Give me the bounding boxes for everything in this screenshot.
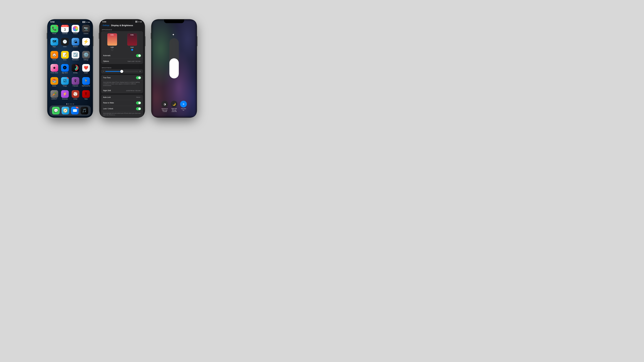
auto-lock-row[interactable]: Auto-Lock Never › [101, 95, 143, 100]
app-tesla-icon: T [82, 90, 90, 98]
light-mode-option[interactable]: 9:41 Light [107, 33, 117, 51]
app-calendar[interactable]: Monday 3 1 Calendar [60, 25, 69, 36]
night-shift-chevron-icon: › [140, 90, 141, 91]
app-itunes-icon: ★ [50, 64, 58, 72]
app-mfp[interactable]: 🏃 MyFitnessPal [82, 77, 90, 88]
app-notes-label: Notes [63, 59, 66, 61]
app-podcasts-icon: 🎙 [72, 77, 79, 85]
automatic-label: Automatic [103, 55, 110, 56]
app-reminders-label: Reminders [72, 59, 79, 61]
cc-nightshift-btn[interactable]: 🌙 Night ShiftOff Until 10:00 PM [171, 101, 178, 112]
settings-display: 6:54 ▌▌ ▲ ▬ ‹ Settings Display & Brightn… [100, 19, 145, 117]
app-books[interactable]: 📚 Books [50, 77, 59, 88]
app-reminders[interactable]: ☑️ Reminders [71, 51, 80, 62]
appearance-section-header: APPEARANCE [100, 27, 145, 31]
app-news[interactable]: ⚡ News [82, 38, 90, 49]
brightness-vertical-slider[interactable] [170, 38, 179, 78]
app-books-icon: 📚 [50, 77, 58, 85]
true-tone-row: True Tone [101, 75, 143, 81]
phone-control-center: ✦ ◑ AppearanceDark Until 7:00 AM 🌙 [152, 19, 197, 117]
app-weather-icon: 🌤 [72, 38, 79, 45]
app-maps[interactable]: 🗺 Maps [50, 38, 59, 49]
dark-mode-option[interactable]: 9:41 Dark [127, 33, 137, 51]
cc-bottom-controls: ◑ AppearanceDark Until 7:00 AM 🌙 Night S… [161, 101, 187, 112]
dock-safari[interactable]: 🧭 [62, 107, 69, 114]
dot-1 [66, 104, 67, 104]
brightness-track[interactable] [105, 71, 138, 72]
dock-music[interactable]: 🎵 [80, 107, 88, 114]
dock-mail[interactable]: ✉️10,510 [71, 107, 79, 114]
automatic-row: Automatic [101, 53, 143, 59]
true-tone-description: Automatically adapt iPhone display based… [101, 81, 143, 88]
app-home-label: Home [52, 59, 56, 61]
app-activity[interactable]: Activity [71, 64, 80, 75]
auto-lock-value: Never › [136, 96, 141, 98]
lock-unlock-label: Lock / Unlock [103, 108, 113, 110]
app-itunes[interactable]: ★ iTunes Store [50, 64, 59, 75]
page-dots [48, 103, 93, 105]
notch [60, 19, 80, 23]
phone-settings: 6:54 ▌▌ ▲ ▬ ‹ Settings Display & Brightn… [100, 19, 145, 117]
lock-unlock-row: Lock / Unlock [101, 106, 143, 112]
app-phone[interactable]: 📞27 Phone [50, 25, 59, 36]
raise-to-wake-toggle[interactable] [136, 101, 141, 104]
night-shift-row[interactable]: Night Shift 10:00 PM to 7:00 AM › [101, 88, 143, 93]
app-notes[interactable]: 📝 Notes [60, 51, 69, 62]
wifi-icon: ▲ [86, 21, 88, 23]
app-activity-icon [72, 64, 79, 72]
dark-mode-preview: 9:41 [127, 33, 137, 46]
dark-mode-radio[interactable] [131, 49, 133, 51]
app-tesla[interactable]: T Tesla [82, 90, 90, 102]
dot-4 [72, 104, 72, 104]
options-row[interactable]: Options Dark Until 7:00 AM › [101, 59, 143, 64]
cc-truetone-btn[interactable]: ☀ True ToneOn [180, 101, 187, 112]
app-carrot-label: CARROT° [51, 98, 57, 100]
app-news-label: News [84, 46, 88, 48]
settings-back-label: Settings [103, 24, 110, 26]
app-clock[interactable]: 🕐 Clock [60, 38, 69, 49]
app-podcasts[interactable]: 🎙 Podcasts [71, 77, 80, 88]
brightness-row: ☀ ☀ [101, 69, 143, 73]
app-photos-icon [72, 25, 79, 32]
phone-home: 6:54 ▌▌▌ ▲ ▬ 📞27 Phone Monday [48, 19, 93, 117]
dot-5 [73, 104, 74, 104]
light-mode-radio[interactable] [111, 49, 113, 51]
cc-notch [164, 19, 184, 23]
app-atbat[interactable]: ⚾ At Bat [71, 90, 80, 102]
options-value: Dark Until 7:00 AM › [128, 60, 141, 62]
app-books-label: Books [52, 85, 56, 87]
light-mode-label: Light [110, 46, 114, 48]
app-shortcuts[interactable]: ⚡ Shortcuts [60, 90, 69, 102]
lock-unlock-toggle[interactable] [136, 107, 141, 110]
app-weather[interactable]: 🌤 Weather [71, 38, 80, 49]
true-tone-label: True Tone [103, 77, 110, 79]
automatic-toggle[interactable] [136, 54, 141, 57]
app-phone-icon: 📞27 [50, 25, 58, 32]
cc-appearance-btn[interactable]: ◑ AppearanceDark Until 7:00 AM [161, 101, 168, 112]
dock-messages[interactable]: 💬 [52, 107, 60, 114]
app-carrot[interactable]: 🥕 CARROT° [50, 90, 59, 102]
dock-safari-icon: 🧭 [62, 107, 69, 114]
app-settings-icon: ⚙️ [82, 51, 90, 59]
app-settings[interactable]: ⚙️ Settings [82, 51, 90, 62]
app-notes-icon: 📝 [61, 51, 69, 59]
night-shift-value: 10:00 PM to 7:00 AM › [126, 90, 141, 91]
phone-cc-screen: ✦ ◑ AppearanceDark Until 7:00 AM 🌙 [152, 19, 197, 117]
app-maps-icon: 🗺 [50, 38, 58, 45]
app-tesla-label: Tesla [84, 98, 88, 100]
app-photos[interactable]: Photos [71, 25, 80, 36]
app-things[interactable]: ☑1 Things [60, 77, 69, 88]
app-camera[interactable]: 📷 Camera [82, 25, 90, 36]
app-settings-label: Settings [84, 59, 88, 61]
app-camera-label: Camera [84, 33, 88, 34]
app-home[interactable]: 🏠 Home [50, 51, 59, 62]
phone-settings-screen: 6:54 ▌▌ ▲ ▬ ‹ Settings Display & Brightn… [100, 19, 145, 117]
settings-time: 6:54 [102, 21, 106, 23]
brightness-thumb[interactable] [120, 70, 123, 73]
cc-appearance-label: AppearanceDark Until 7:00 AM [161, 108, 168, 112]
app-health[interactable]: ❤️ Health [82, 64, 90, 75]
settings-back-button[interactable]: ‹ Settings [102, 24, 109, 26]
settings-status-icons: ▌▌ ▲ ▬ [136, 21, 142, 23]
app-appstore[interactable]: 🅐 App Store [60, 64, 69, 75]
true-tone-toggle[interactable] [136, 76, 141, 79]
